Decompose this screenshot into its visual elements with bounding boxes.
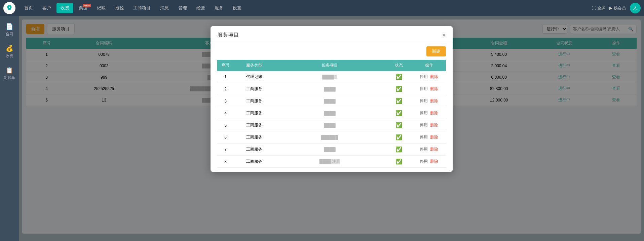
mrow3-del-button[interactable]: 删除 xyxy=(430,98,438,103)
modal-table: 序号 服务类型 服务项目 状态 操作 1 代理记账 ████ 1 xyxy=(217,60,446,168)
mrow2-item: ████ xyxy=(274,83,385,95)
mrow5-stop-button[interactable]: 停用 xyxy=(420,123,428,127)
mrow4-type: 工商服务 xyxy=(234,107,274,119)
mrow6-type: 工商服务 xyxy=(234,131,274,144)
nav-service[interactable]: 服务 xyxy=(211,3,227,13)
modal-th-status: 状态 xyxy=(385,60,412,71)
mrow1-del-button[interactable]: 删除 xyxy=(430,74,438,79)
modal-new-button[interactable]: 新建 xyxy=(426,46,446,56)
mrow7-del-button[interactable]: 删除 xyxy=(430,147,438,152)
mrow1-item: ████ 1 xyxy=(274,71,385,83)
mrow4-status: ✅ xyxy=(385,107,412,119)
modal-table-row: 7 工商服务 ████ ✅ 停用 删除 xyxy=(217,144,446,156)
mrow5-del-button[interactable]: 删除 xyxy=(430,123,438,127)
nav-operation[interactable]: 经营 xyxy=(192,3,209,13)
mrow7-stop-button[interactable]: 停用 xyxy=(420,147,428,152)
mrow6-stop-button[interactable]: 停用 xyxy=(420,135,428,139)
new-badge: new xyxy=(83,4,91,7)
modal-table-row: 2 工商服务 ████ ✅ 停用 删除 xyxy=(217,83,446,95)
mrow4-no: 4 xyxy=(217,107,234,119)
sidebar: 📄 合同 💰 收费 📋 对账单 xyxy=(0,16,19,241)
nav-invoice[interactable]: 票据 new xyxy=(75,3,91,13)
mrow7-type: 工商服务 xyxy=(234,144,274,156)
mrow3-action: 停用 删除 xyxy=(412,95,446,107)
mrow6-del-button[interactable]: 删除 xyxy=(430,135,438,139)
mrow8-item: ████ 注册 xyxy=(274,156,385,168)
mrow8-status: ✅ xyxy=(385,156,412,168)
modal-scroll-area[interactable]: 序号 服务类型 服务项目 状态 操作 1 代理记账 ████ 1 xyxy=(217,60,446,168)
modal-close-button[interactable]: × xyxy=(442,32,446,39)
check-icon: ✅ xyxy=(395,159,402,164)
mrow6-item-text: ██████ xyxy=(321,135,338,140)
mrow3-type: 工商服务 xyxy=(234,95,274,107)
mrow5-status: ✅ xyxy=(385,119,412,131)
mrow3-stop-button[interactable]: 停用 xyxy=(420,98,428,103)
mrow1-no: 1 xyxy=(217,71,234,83)
nav-manage[interactable]: 管理 xyxy=(174,3,191,13)
mrow7-no: 7 xyxy=(217,144,234,156)
nav-biz[interactable]: 工商项目 xyxy=(129,3,155,13)
sidebar-contract-label: 合同 xyxy=(6,32,13,37)
sidebar-item-fee[interactable]: 💰 收费 xyxy=(0,41,19,62)
nav-fee[interactable]: 收费 xyxy=(56,3,73,13)
right-actions: ⛶ 全屏 ▶ 畅会员 人 xyxy=(592,3,641,13)
mrow4-stop-button[interactable]: 停用 xyxy=(420,111,428,115)
modal-table-header: 序号 服务类型 服务项目 状态 操作 xyxy=(217,60,446,71)
contract-icon: 📄 xyxy=(6,23,13,30)
svg-point-0 xyxy=(9,6,10,8)
modal-table-row: 5 工商服务 ████ ✅ 停用 删除 xyxy=(217,119,446,131)
nav-tax[interactable]: 报税 xyxy=(111,3,128,13)
sidebar-fee-label: 收费 xyxy=(6,53,13,58)
sidebar-item-contract[interactable]: 📄 合同 xyxy=(0,19,19,40)
video-icon: ▶ xyxy=(609,6,612,10)
main-content: 新增 服务项目 进行中 🔍 序号 合同编码 客户名称 服务项目 ↕ xyxy=(19,16,644,241)
mrow8-del-button[interactable]: 删除 xyxy=(430,159,438,164)
fullscreen-action[interactable]: ⛶ 全屏 xyxy=(592,5,605,11)
avatar[interactable]: 人 xyxy=(630,3,641,13)
mrow2-stop-button[interactable]: 停用 xyxy=(420,86,428,91)
mrow2-del-button[interactable]: 删除 xyxy=(430,86,438,91)
mrow8-stop-button[interactable]: 停用 xyxy=(420,159,428,164)
sidebar-reconcile-label: 对账单 xyxy=(4,75,15,80)
mrow6-no: 6 xyxy=(217,131,234,144)
mrow6-action: 停用 删除 xyxy=(412,131,446,144)
check-icon: ✅ xyxy=(395,74,402,80)
modal-th-item: 服务项目 xyxy=(274,60,385,71)
mrow8-type: 工商服务 xyxy=(234,156,274,168)
modal-table-body: 1 代理记账 ████ 1 ✅ 停用 删除 2 xyxy=(217,71,446,168)
mrow2-type: 工商服务 xyxy=(234,83,274,95)
fullscreen-label: 全屏 xyxy=(597,5,605,11)
check-icon: ✅ xyxy=(395,147,402,152)
sidebar-item-reconcile[interactable]: 📋 对账单 xyxy=(0,63,19,84)
mrow3-item: ████ xyxy=(274,95,385,107)
nav-settings[interactable]: 设置 xyxy=(229,3,245,13)
reconcile-icon: 📋 xyxy=(6,67,13,74)
check-icon: ✅ xyxy=(395,134,402,140)
mrow6-item: ██████ xyxy=(274,131,385,144)
check-icon: ✅ xyxy=(395,110,402,116)
mrow1-stop-button[interactable]: 停用 xyxy=(420,74,428,79)
mrow8-no: 8 xyxy=(217,156,234,168)
mrow4-del-button[interactable]: 删除 xyxy=(430,111,438,115)
nav-client[interactable]: 客户 xyxy=(38,3,55,13)
mrow7-status: ✅ xyxy=(385,144,412,156)
member-action[interactable]: ▶ 畅会员 xyxy=(609,5,626,11)
modal-table-row: 6 工商服务 ██████ ✅ 停用 删除 xyxy=(217,131,446,144)
nav-bookkeep[interactable]: 记账 xyxy=(93,3,110,13)
mrow5-type: 工商服务 xyxy=(234,119,274,131)
nav-home[interactable]: 首页 xyxy=(20,3,37,13)
mrow3-no: 3 xyxy=(217,95,234,107)
mrow4-item-text: ████ xyxy=(324,111,335,116)
check-icon: ✅ xyxy=(395,98,402,104)
modal-body: 新建 序号 服务类型 服务项目 状态 操作 xyxy=(211,42,453,172)
mrow5-item: ████ xyxy=(274,119,385,131)
mrow2-action: 停用 删除 xyxy=(412,83,446,95)
modal-th-action: 操作 xyxy=(412,60,446,71)
service-modal: 服务项目 × 新建 序号 服务类型 服务项目 状态 xyxy=(211,26,453,172)
modal-overlay[interactable]: 服务项目 × 新建 序号 服务类型 服务项目 状态 xyxy=(19,16,644,241)
modal-table-row: 8 工商服务 ████ 注册 ✅ 停用 删除 xyxy=(217,156,446,168)
mrow4-action: 停用 删除 xyxy=(412,107,446,119)
nav-msg[interactable]: 消息 xyxy=(156,3,173,13)
modal-header: 服务项目 × xyxy=(211,26,453,42)
member-label: 畅会员 xyxy=(614,5,626,11)
